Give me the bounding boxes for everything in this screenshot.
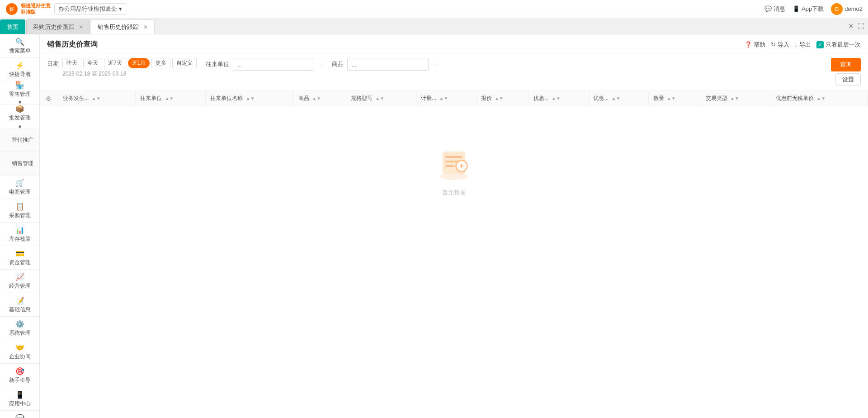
sidebar-item-purchase[interactable]: 📋 采购管理 [0,199,39,223]
sidebar-item-marketing[interactable]: 营销推广 [0,128,39,152]
sidebar-item-wholesale[interactable]: 📦 批发管理 ▴ [0,105,39,128]
wholesale-label: 批发管理 [9,114,31,122]
maximize-btn[interactable]: ⛶ [858,22,864,30]
date-btn-yesterday[interactable]: 昨天 [62,58,81,68]
sort-partner-code[interactable]: ▲▼ [165,96,174,101]
tab-sales-history[interactable]: 销售历史价跟踪 ✕ [91,19,155,34]
date-filter-label: 日期 [47,58,59,68]
date-btn-custom[interactable]: 自定义 [172,58,197,68]
message-btn[interactable]: 💬 消息 [764,5,785,13]
page-header: 销售历史价查询 ❓ 帮助 ↻ 导入 ↓ 导出 ✓ [40,34,868,53]
svg-text:好: 好 [9,7,14,12]
app-download-btn[interactable]: 📱 App下载 [793,5,824,13]
sort-discount2[interactable]: ▲▼ [611,96,620,101]
sidebar-item-inventory[interactable]: 📊 库存核算 [0,223,39,246]
empty-state: 暂元数据 [40,106,868,233]
help-btn[interactable]: ❓ 帮助 [745,41,765,49]
sort-product[interactable]: ▲▼ [312,96,321,101]
sort-price[interactable]: ▲▼ [495,96,504,101]
sidebar-item-quick-nav[interactable]: ⚡ 快捷导航 [0,58,39,81]
date-btn-1month[interactable]: 近1月 [128,58,150,68]
top-header: 好 畅捷通好生意 标准版 办公用品行业模拟账套 ▾ 💬 消息 📱 App下载 D… [0,0,868,18]
quick-nav-label: 快捷导航 [9,71,31,78]
sidebar-item-sales-mgmt[interactable]: 销售管理 [0,152,39,176]
sidebar-item-finance[interactable]: 💳 资金管理 [0,246,39,270]
sidebar-item-search-menu[interactable]: 🔍 搜索菜单 [0,34,39,58]
col-trade-type: 交易类型 ▲▼ [701,91,771,106]
partner-input[interactable] [233,58,314,71]
finance-icon: 💳 [15,249,24,258]
app-center-icon: 📱 [15,390,24,399]
page-title: 销售历史价查询 [47,40,98,49]
product-filter-label: 商品 [332,60,344,68]
wechat-icon: 💬 [15,414,24,418]
marketing-label: 营销推广 [12,136,33,144]
empty-icon [434,142,474,183]
product-input[interactable] [347,58,429,71]
sidebar-item-wechat[interactable]: 💬 企业微信 [0,411,39,418]
product-input-suffix: ··· [432,61,437,68]
tab-sales-close[interactable]: ✕ [143,24,148,30]
checkbox-icon: ✓ [816,41,824,48]
sort-unit[interactable]: ▲▼ [439,96,448,101]
sort-discount1[interactable]: ▲▼ [552,96,561,101]
close-all-tabs-btn[interactable]: ✕ [848,22,854,30]
content-area: 销售历史价查询 ❓ 帮助 ↻ 导入 ↓ 导出 ✓ [40,34,868,418]
purchase-icon: 📋 [15,202,24,211]
date-range-text: 2023-02-18 至 2023-03-18 [62,70,197,78]
export-btn[interactable]: ↓ 导出 [795,41,811,49]
page-container: 销售历史价查询 ❓ 帮助 ↻ 导入 ↓ 导出 ✓ [40,34,868,418]
date-btn-more[interactable]: 更多 [151,58,170,68]
system-label: 系统管理 [9,329,31,337]
company-selector[interactable]: 办公用品行业模拟账套 ▾ [54,3,126,15]
tab-purchase-label: 采购历史价跟踪 [33,23,74,31]
filter-bar: 日期 昨天 今天 近7天 近1月 更多 自定义 2023-02-18 至 202… [40,53,868,91]
enterprise-icon: 🤝 [15,343,24,352]
col-partner-name: 往来单位名称 ▲▼ [206,91,293,106]
main-layout: 🔍 搜索菜单 ⚡ 快捷导航 🏪 零售管理 ▾ 📦 批发管理 ▴ 营销推广 销售管… [0,34,868,418]
sort-spec[interactable]: ▲▼ [375,96,384,101]
table-settings-icon[interactable]: ⚙ [46,95,52,102]
guide-label: 新手引导 [9,376,31,384]
product-filter-group: 商品 ··· [332,58,437,71]
operations-label: 经营管理 [9,282,31,290]
tab-purchase-close[interactable]: ✕ [79,24,83,30]
data-table: ⚙ 业务发生... ▲▼ 往来单位 ▲▼ 往来单位名称 [40,91,868,106]
svg-rect-5 [445,161,458,162]
partner-filter-label: 往来单位 [206,60,229,68]
message-label: 消息 [774,5,785,13]
wholesale-arrow-icon: ▴ [19,123,21,129]
sort-trade-type[interactable]: ▲▼ [730,96,739,101]
only-last-checkbox[interactable]: ✓ 只看最后一次 [816,41,861,49]
tab-bar-actions: ✕ ⛶ [848,22,864,30]
only-last-label: 只看最后一次 [826,41,861,49]
sidebar-item-retail[interactable]: 🏪 零售管理 ▾ [0,81,39,105]
sort-biz-date[interactable]: ▲▼ [92,96,101,101]
sidebar-item-operations[interactable]: 📈 经营管理 [0,270,39,293]
sort-partner-name[interactable]: ▲▼ [246,96,255,101]
date-btn-today[interactable]: 今天 [83,58,102,68]
col-spec: 规格型号 ▲▼ [346,91,416,106]
sidebar-item-basic-info[interactable]: 📝 基础信息 [0,293,39,317]
system-icon: ⚙️ [15,320,24,328]
sort-quantity[interactable]: ▲▼ [667,96,676,101]
date-filter-options: 昨天 今天 近7天 近1月 更多 自定义 2023-02-18 至 2023-0… [62,58,197,78]
sidebar-item-system[interactable]: ⚙️ 系统管理 [0,317,39,340]
sidebar-item-ecommerce[interactable]: 🛒 电商管理 [0,176,39,199]
date-btn-7days[interactable]: 近7天 [104,58,126,68]
user-profile-btn[interactable]: D demo2 [831,3,863,15]
tab-purchase-history[interactable]: 采购历史价跟踪 ✕ [26,19,90,34]
settings-filter-btn[interactable]: 设置 [835,73,861,86]
import-btn[interactable]: ↻ 导入 [771,41,789,49]
sort-pre-tax[interactable]: ▲▼ [816,96,826,101]
username: demo2 [844,5,863,12]
partner-input-suffix: ··· [318,61,323,68]
sidebar-item-guide[interactable]: 🎯 新手引导 [0,364,39,387]
col-unit: 计量... ▲▼ [416,91,476,106]
export-icon: ↓ [795,41,798,48]
sidebar-item-app-center[interactable]: 📱 应用中心 [0,387,39,411]
tab-home[interactable]: 首页 [0,19,25,34]
query-btn[interactable]: 查询 [831,58,861,71]
sidebar-item-enterprise[interactable]: 🤝 企业协同 [0,340,39,364]
filter-actions: 查询 设置 [831,58,861,86]
